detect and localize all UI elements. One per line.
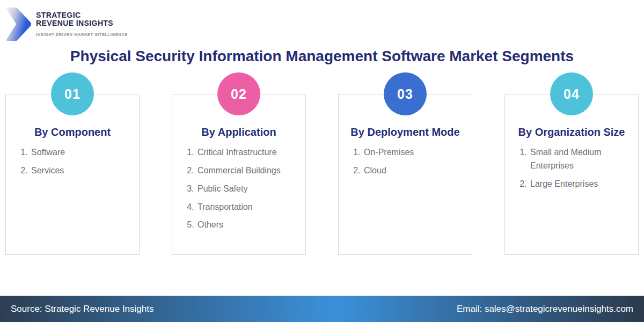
segment-card-component: 01 By Component Software Services — [5, 72, 140, 255]
list-item: Critical Infrastructure — [196, 146, 297, 159]
segment-number-badge: 04 — [550, 72, 593, 115]
brand-name-line1: STRATEGIC — [36, 11, 128, 20]
source-text: Source: Strategic Revenue Insights — [11, 304, 153, 314]
segment-heading: By Component — [14, 126, 131, 138]
segment-heading: By Organization Size — [513, 126, 630, 138]
list-item: On-Premises — [363, 146, 464, 159]
segment-number-badge: 02 — [217, 72, 260, 115]
page-title: Physical Security Information Management… — [64, 48, 580, 64]
brand-name: STRATEGIC REVENUE INSIGHTS INSIGHT-DRIVE… — [36, 11, 128, 38]
list-item: Commercial Buildings — [196, 164, 297, 178]
segment-card-body: By Component Software Services — [5, 94, 140, 255]
footer-bar: Source: Strategic Revenue Insights Email… — [0, 296, 644, 322]
segment-cards: 01 By Component Software Services 02 By … — [0, 72, 644, 255]
list-item: Large Enterprises — [529, 178, 630, 191]
list-item: Transportation — [196, 201, 297, 214]
segment-card-organization-size: 04 By Organization Size Small and Medium… — [504, 72, 639, 255]
segment-number-badge: 01 — [51, 72, 94, 115]
brand-logo: STRATEGIC REVENUE INSIGHTS INSIGHT-DRIVE… — [6, 8, 644, 41]
segment-heading: By Application — [180, 126, 297, 138]
infographic-page: STRATEGIC REVENUE INSIGHTS INSIGHT-DRIVE… — [0, 0, 644, 322]
segment-number-badge: 03 — [384, 72, 427, 115]
segment-card-body: By Deployment Mode On-Premises Cloud — [338, 94, 472, 255]
list-item: Services — [30, 164, 131, 178]
chevron-arrow-icon — [6, 8, 31, 41]
list-item: Small and Medium Enterprises — [529, 146, 630, 173]
list-item: Software — [30, 146, 131, 159]
brand-name-line2: REVENUE INSIGHTS — [36, 19, 128, 28]
segment-list: Software Services — [14, 146, 131, 178]
segment-card-deployment-mode: 03 By Deployment Mode On-Premises Cloud — [338, 72, 472, 255]
list-item: Others — [196, 218, 297, 232]
header: STRATEGIC REVENUE INSIGHTS INSIGHT-DRIVE… — [0, 0, 644, 41]
email-text: Email: sales@strategicrevenueinsights.co… — [457, 304, 633, 314]
segment-list: Small and Medium Enterprises Large Enter… — [513, 146, 630, 191]
segment-heading: By Deployment Mode — [347, 126, 464, 138]
segment-list: On-Premises Cloud — [347, 146, 464, 178]
list-item: Public Safety — [196, 182, 297, 196]
segment-card-application: 02 By Application Critical Infrastructur… — [172, 72, 306, 255]
segment-card-body: By Organization Size Small and Medium En… — [504, 94, 639, 255]
segment-list: Critical Infrastructure Commercial Build… — [180, 146, 297, 232]
brand-tagline: INSIGHT-DRIVEN MARKET INTELLIGENCE — [36, 33, 128, 37]
segment-card-body: By Application Critical Infrastructure C… — [172, 94, 306, 255]
list-item: Cloud — [363, 164, 464, 178]
